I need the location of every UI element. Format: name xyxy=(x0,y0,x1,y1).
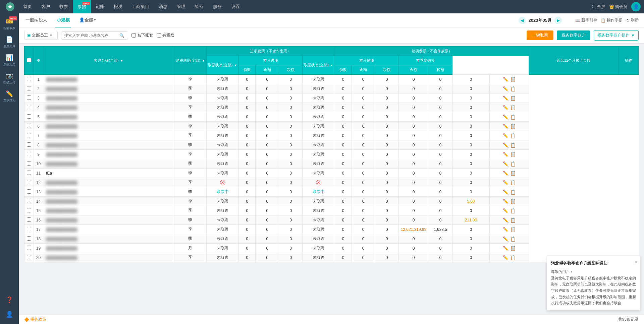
tab-all[interactable]: 👤 全能 ▼ xyxy=(78,13,98,27)
copy-icon[interactable]: 📋 xyxy=(510,189,516,195)
copy-icon[interactable]: 📋 xyxy=(510,227,516,232)
has-tax-disk-check[interactable] xyxy=(157,33,161,38)
tab-small-scale[interactable]: 小规模 xyxy=(55,13,71,27)
nav-item-home[interactable]: 首页 xyxy=(18,0,37,13)
nav-item-business[interactable]: 工商项目 xyxy=(127,0,154,13)
search-input[interactable] xyxy=(64,33,118,38)
row-checkbox[interactable] xyxy=(27,161,31,166)
copy-icon[interactable]: 📋 xyxy=(510,124,516,129)
has-tax-disk-checkbox[interactable]: 有税盘 xyxy=(157,33,174,38)
nav-item-messages[interactable]: 消息 xyxy=(154,0,172,13)
nav-item-services[interactable]: 服务 xyxy=(208,0,226,13)
row-checkbox[interactable] xyxy=(27,105,31,109)
manual-button[interactable]: 📋 操作手册 xyxy=(601,17,623,23)
edit-icon[interactable]: ✏️ xyxy=(503,114,508,120)
copy-icon[interactable]: 📋 xyxy=(510,236,516,242)
row-checkbox[interactable] xyxy=(27,114,31,119)
period-next-button[interactable]: ▶ xyxy=(554,17,562,24)
th-in-fetch-status[interactable]: 取票状态(全部) ▼ xyxy=(206,56,238,75)
row-checkbox[interactable] xyxy=(27,236,31,241)
nav-item-operations[interactable]: 经营 xyxy=(190,0,208,13)
sidebar-bottom-help[interactable]: ❓ xyxy=(0,294,19,306)
row-checkbox[interactable] xyxy=(27,124,31,128)
copy-icon[interactable]: 📋 xyxy=(510,180,516,185)
row-checkbox[interactable] xyxy=(27,208,31,212)
edit-icon[interactable]: ✏️ xyxy=(503,208,508,213)
nav-item-tickets[interactable]: 票据new xyxy=(73,0,91,13)
edit-icon[interactable]: ✏️ xyxy=(503,199,508,204)
row-checkbox[interactable] xyxy=(27,255,31,259)
nav-item-settings[interactable]: 设置 xyxy=(226,0,245,13)
row-checkbox[interactable] xyxy=(27,95,31,100)
edit-icon[interactable]: ✏️ xyxy=(503,255,508,260)
copy-icon[interactable]: 📋 xyxy=(510,171,516,176)
tab-general[interactable]: 一般纳税人 xyxy=(24,13,49,27)
edit-icon[interactable]: ✏️ xyxy=(503,171,508,176)
edit-icon[interactable]: ✏️ xyxy=(503,217,508,223)
th-tax-period[interactable]: 纳税周期(全部) ▼ xyxy=(174,47,206,75)
copy-icon[interactable]: 📋 xyxy=(510,152,516,157)
edit-icon[interactable]: ✏️ xyxy=(503,86,508,91)
edit-icon[interactable]: ✏️ xyxy=(503,246,508,251)
th-out-fetch-status[interactable]: 取票状态(全部) ▼ xyxy=(303,56,335,75)
copy-icon[interactable]: 📋 xyxy=(510,95,516,101)
sidebar-item-ticket-entry[interactable]: ✏️票据录入 xyxy=(0,87,19,106)
copy-icon[interactable]: 📋 xyxy=(510,199,516,204)
row-checkbox[interactable] xyxy=(27,171,31,175)
row-checkbox[interactable] xyxy=(27,133,31,137)
notification-close-button[interactable]: × xyxy=(635,258,638,266)
copy-icon[interactable]: 📋 xyxy=(510,114,516,120)
copy-icon[interactable]: 📋 xyxy=(510,217,516,223)
edit-icon[interactable]: ✏️ xyxy=(503,133,508,138)
sidebar-item-scan-upload[interactable]: 📷扫描上传 xyxy=(0,69,19,87)
sidebar-item-smart-ticket[interactable]: 🎫智能取票new xyxy=(0,15,19,33)
nav-item-tax[interactable]: 报税 xyxy=(109,0,127,13)
copy-icon[interactable]: 📋 xyxy=(510,161,516,167)
down-account-check[interactable] xyxy=(131,33,136,38)
app-logo[interactable] xyxy=(3,0,17,13)
fullscreen-button[interactable]: ⛶ 全屏 xyxy=(592,4,605,10)
row-checkbox[interactable] xyxy=(27,199,31,203)
edit-icon[interactable]: ✏️ xyxy=(503,142,508,148)
nav-item-accounting[interactable]: 记账 xyxy=(91,0,109,13)
edit-icon[interactable]: ✏️ xyxy=(503,236,508,242)
copy-icon[interactable]: 📋 xyxy=(510,246,516,251)
copy-icon[interactable]: 📋 xyxy=(510,255,516,260)
nav-item-customer[interactable]: 客户 xyxy=(37,0,55,13)
edit-icon[interactable]: ✏️ xyxy=(503,189,508,195)
sidebar-bottom-user[interactable]: 👤 xyxy=(0,308,19,321)
th-settings[interactable]: ⚙ xyxy=(34,47,43,75)
sidebar-item-open-invoice[interactable]: 📄发票开具 xyxy=(0,33,19,51)
tax-policy-link[interactable]: 🔶 税务政策 xyxy=(24,317,46,322)
row-checkbox[interactable] xyxy=(27,77,31,81)
row-checkbox[interactable] xyxy=(27,180,31,184)
refresh-button[interactable]: ↻ 刷新 xyxy=(626,17,639,23)
row-checkbox[interactable] xyxy=(27,142,31,147)
th-customer-name[interactable]: 客户名称(全部) ▼ xyxy=(43,47,174,75)
edit-icon[interactable]: ✏️ xyxy=(503,105,508,110)
row-checkbox[interactable] xyxy=(27,152,31,156)
sidebar-item-ticket-summary[interactable]: 📊票据汇总 xyxy=(0,51,19,69)
edit-icon[interactable]: ✏️ xyxy=(503,227,508,232)
new-guide-button[interactable]: 📖 新手引导 xyxy=(575,17,597,23)
edit-icon[interactable]: ✏️ xyxy=(503,95,508,101)
edit-icon[interactable]: ✏️ xyxy=(503,77,508,82)
edit-icon[interactable]: ✏️ xyxy=(503,124,508,129)
row-checkbox[interactable] xyxy=(27,86,31,90)
down-account-checkbox[interactable]: 名下账套 xyxy=(131,33,153,38)
search-icon[interactable]: 🔍 xyxy=(119,33,124,38)
tax-digital-operation-button[interactable]: 税务数字账户操作 ▼ xyxy=(594,30,639,41)
copy-icon[interactable]: 📋 xyxy=(510,142,516,148)
row-checkbox[interactable] xyxy=(27,217,31,222)
select-all-checkbox[interactable] xyxy=(27,58,31,62)
copy-icon[interactable]: 📋 xyxy=(510,105,516,110)
copy-icon[interactable]: 📋 xyxy=(510,77,516,82)
user-avatar[interactable]: 👤 xyxy=(631,2,641,11)
row-checkbox[interactable] xyxy=(27,246,31,250)
copy-icon[interactable]: 📋 xyxy=(510,208,516,213)
copy-icon[interactable]: 📋 xyxy=(510,133,516,138)
member-button[interactable]: 👑 购会员 xyxy=(609,4,627,10)
nav-item-invoice[interactable]: 收票 xyxy=(55,0,73,13)
one-click-fetch-button[interactable]: 一键取票 xyxy=(527,30,553,40)
row-checkbox[interactable] xyxy=(27,189,31,194)
